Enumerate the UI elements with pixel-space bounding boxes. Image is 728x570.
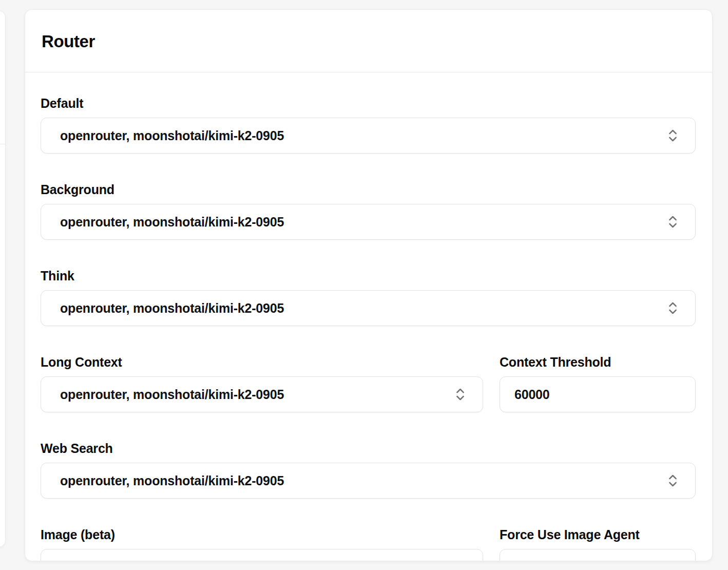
force-image-agent-input[interactable]	[500, 549, 696, 561]
long-context-model-select-value: openrouter, moonshotai/kimi-k2-0905	[41, 387, 330, 402]
image-model-select[interactable]	[41, 549, 483, 561]
long-context-model-select[interactable]: openrouter, moonshotai/kimi-k2-0905	[41, 376, 483, 412]
field-think: Think openrouter, moonshotai/kimi-k2-090…	[41, 269, 696, 326]
web-search-model-select[interactable]: openrouter, moonshotai/kimi-k2-0905	[41, 463, 696, 499]
field-web-search: Web Search openrouter, moonshotai/kimi-k…	[41, 441, 696, 499]
field-label-long-context: Long Context	[41, 355, 483, 369]
chevrons-up-down-icon	[666, 128, 680, 144]
chevrons-up-down-icon	[666, 214, 680, 230]
field-row-image: Image (beta) Force Use Image Agent	[41, 527, 696, 561]
field-label-image-beta: Image (beta)	[41, 527, 483, 542]
field-row-long-context: Long Context openrouter, moonshotai/kimi…	[41, 355, 696, 412]
field-label-context-threshold: Context Threshold	[500, 355, 696, 369]
card-header: Router	[25, 10, 712, 51]
chevrons-up-down-icon	[666, 473, 680, 489]
card-body: Default openrouter, moonshotai/kimi-k2-0…	[25, 72, 712, 561]
think-model-select[interactable]: openrouter, moonshotai/kimi-k2-0905	[41, 290, 696, 326]
default-model-select-value: openrouter, moonshotai/kimi-k2-0905	[41, 128, 330, 143]
field-label-think: Think	[41, 269, 696, 283]
field-background: Background openrouter, moonshotai/kimi-k…	[41, 182, 696, 240]
chevrons-up-down-icon	[453, 387, 467, 403]
field-long-context: Long Context openrouter, moonshotai/kimi…	[41, 355, 483, 412]
page-title: Router	[42, 32, 696, 51]
web-search-model-select-value: openrouter, moonshotai/kimi-k2-0905	[41, 473, 330, 488]
field-force-image-agent: Force Use Image Agent	[500, 527, 696, 561]
adjacent-panel-edge	[0, 10, 6, 547]
default-model-select[interactable]: openrouter, moonshotai/kimi-k2-0905	[41, 118, 696, 154]
adjacent-panel-divider	[0, 144, 5, 144]
chevrons-up-down-icon	[666, 300, 680, 316]
background-model-select[interactable]: openrouter, moonshotai/kimi-k2-0905	[41, 204, 696, 240]
field-label-default: Default	[41, 96, 696, 110]
router-settings-card: Router Default openrouter, moonshotai/ki…	[25, 9, 713, 561]
field-context-threshold: Context Threshold	[500, 355, 696, 412]
background-model-select-value: openrouter, moonshotai/kimi-k2-0905	[41, 215, 330, 230]
field-default: Default openrouter, moonshotai/kimi-k2-0…	[41, 96, 696, 154]
field-label-force-image-agent: Force Use Image Agent	[500, 527, 696, 542]
field-label-web-search: Web Search	[41, 441, 696, 455]
field-label-background: Background	[41, 182, 696, 197]
think-model-select-value: openrouter, moonshotai/kimi-k2-0905	[41, 301, 330, 316]
context-threshold-input[interactable]	[500, 376, 696, 412]
chevrons-up-down-icon	[453, 559, 467, 562]
field-image-beta: Image (beta)	[41, 527, 483, 561]
